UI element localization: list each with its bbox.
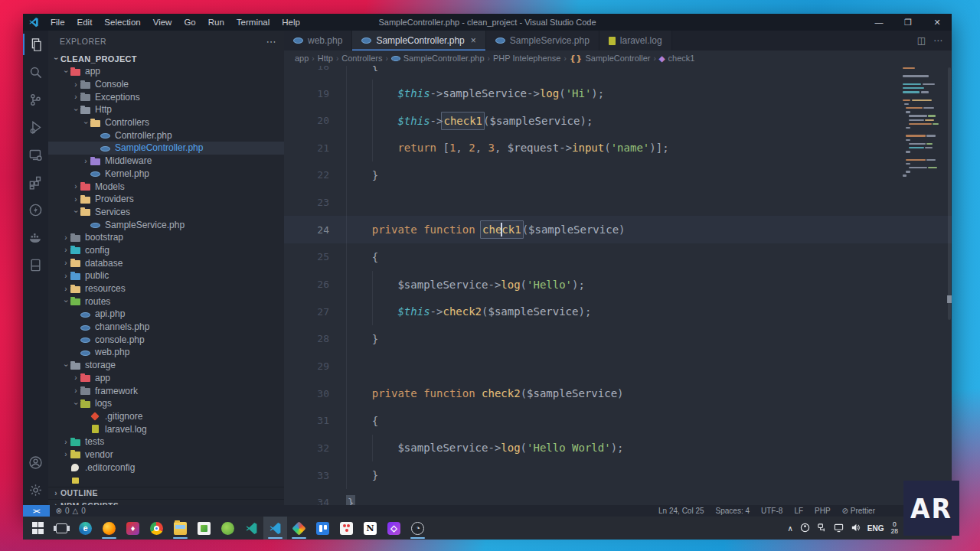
taskbar-icon-firefox[interactable] xyxy=(97,517,121,540)
tab-web-php[interactable]: web.php xyxy=(284,31,352,51)
scrollbar-thumb[interactable] xyxy=(948,67,951,320)
code-line-22[interactable]: 22 } xyxy=(284,161,952,189)
tray-clock[interactable]: 028 xyxy=(891,521,898,535)
tree-item-sampleservice-php[interactable]: SampleService.php xyxy=(48,218,284,231)
breadcrumb-item-controllers[interactable]: Controllers xyxy=(341,54,382,63)
menu-item-terminal[interactable]: Terminal xyxy=(231,16,275,28)
code-line-21[interactable]: 21 return [1, 2, 3, $request->input('nam… xyxy=(284,135,952,162)
code-line-19[interactable]: 19 $this->sampleService->log('Hi'); xyxy=(284,80,952,107)
breadcrumb-item-http[interactable]: Http xyxy=(318,54,333,63)
menu-item-edit[interactable]: Edit xyxy=(72,16,98,28)
minimap[interactable] xyxy=(903,67,947,220)
tree-item-gitignore[interactable]: .gitignore xyxy=(48,410,284,423)
status-php[interactable]: PHP xyxy=(815,507,831,515)
tree-item-http[interactable]: ›Http xyxy=(48,103,284,116)
docker-icon[interactable] xyxy=(23,223,48,251)
tree-item-models[interactable]: ›Models xyxy=(48,180,284,193)
network-icon[interactable] xyxy=(817,523,827,534)
taskbar-icon-chrome[interactable] xyxy=(145,517,168,540)
menu-item-selection[interactable]: Selection xyxy=(99,16,145,28)
tree-item-samplecontroller-php[interactable]: SampleController.php xyxy=(48,142,284,155)
breadcrumb-item-samplecontroller[interactable]: SampleController xyxy=(586,54,651,63)
tree-item-item[interactable] xyxy=(48,474,284,487)
code-viewport[interactable]: 18 {19 $this->sampleService->log('Hi');2… xyxy=(284,66,952,505)
code-line-20[interactable]: 20 $this->check1($sampleService); xyxy=(284,107,952,135)
search-icon[interactable] xyxy=(23,58,48,86)
code-line-30[interactable]: 30 private function check2($sampleServic… xyxy=(284,380,952,407)
tree-item-kernel-php[interactable]: Kernel.php xyxy=(48,168,284,181)
menu-item-view[interactable]: View xyxy=(148,16,178,28)
taskbar-icon-red-dots-app[interactable] xyxy=(335,517,358,540)
tree-item-exceptions[interactable]: ›Exceptions xyxy=(48,90,284,103)
taskbar-icon-edge[interactable]: e xyxy=(74,517,97,540)
restore-button[interactable]: ❐ xyxy=(893,14,923,31)
tree-item-logs[interactable]: ›logs xyxy=(48,397,284,410)
breadcrumb-item-php-intelephense[interactable]: PHP Intelephense xyxy=(493,54,560,63)
settings-icon[interactable] xyxy=(23,476,48,504)
tab-samplecontroller-php[interactable]: SampleController.php× xyxy=(352,31,485,51)
close-button[interactable]: ✕ xyxy=(923,14,952,31)
code-line-18[interactable]: 18 { xyxy=(284,66,952,80)
tree-item-resources[interactable]: ›resources xyxy=(48,282,284,295)
taskbar-icon-purple-app[interactable]: ◇ xyxy=(382,517,406,540)
code-line-28[interactable]: 28 } xyxy=(284,325,952,353)
taskbar-icon-green-leaf-app[interactable] xyxy=(216,517,240,540)
tree-item-console[interactable]: ›Console xyxy=(48,78,284,91)
tree-item-services[interactable]: ›Services xyxy=(48,206,284,219)
more-actions-icon[interactable]: ⋯ xyxy=(933,35,942,46)
run-debug-icon[interactable] xyxy=(23,113,48,141)
code-line-34[interactable]: 34} xyxy=(284,489,952,505)
menu-item-help[interactable]: Help xyxy=(276,16,305,28)
code-line-25[interactable]: 25 { xyxy=(284,243,952,271)
tab-laravel-log[interactable]: laravel.log xyxy=(599,31,672,51)
sidebar-more-actions-icon[interactable]: ⋯ xyxy=(266,36,277,47)
status-ln-24-col-25[interactable]: Ln 24, Col 25 xyxy=(658,507,704,515)
code-line-24[interactable]: 24 private function check1($sampleServic… xyxy=(284,216,952,243)
taskbar-icon-trello[interactable] xyxy=(311,517,335,540)
section-npm-scripts[interactable]: ›NPM SCRIPTS xyxy=(48,499,284,505)
tree-item-providers[interactable]: ›Providers xyxy=(48,193,284,206)
taskbar-icon-start[interactable] xyxy=(26,517,50,540)
code-line-32[interactable]: 32 $sampleService->log('Hello World'); xyxy=(284,435,952,462)
breadcrumb-item-check1[interactable]: check1 xyxy=(668,54,695,63)
accounts-icon[interactable] xyxy=(23,448,48,476)
taskbar-icon-photos[interactable] xyxy=(192,517,216,540)
tree-root[interactable]: › CLEAN_PROJECT xyxy=(48,52,284,65)
menu-item-go[interactable]: Go xyxy=(178,16,201,28)
breadcrumb-item-app[interactable]: app xyxy=(295,54,309,63)
tray-language[interactable]: ENG xyxy=(867,524,884,533)
tree-item-tests[interactable]: ›tests xyxy=(48,435,284,448)
remote-explorer-icon[interactable] xyxy=(23,141,48,168)
tree-item-bootstrap[interactable]: ›bootstrap xyxy=(48,231,284,244)
status-spaces-4[interactable]: Spaces: 4 xyxy=(716,507,750,515)
display-icon[interactable] xyxy=(834,523,844,534)
status-lf[interactable]: LF xyxy=(794,507,803,515)
taskbar-icon-colorful-diamond-app[interactable] xyxy=(287,517,311,540)
tree-item-storage[interactable]: ›storage xyxy=(48,359,284,372)
status-prettier[interactable]: ⊘ Prettier xyxy=(842,507,875,515)
taskbar-icon-notion[interactable]: N xyxy=(358,517,382,540)
menu-item-file[interactable]: File xyxy=(45,16,70,28)
problems-indicator[interactable]: ⊗ 0 △ 0 xyxy=(50,507,86,515)
tree-item-api-php[interactable]: api.php xyxy=(48,308,284,321)
breadcrumb-item-samplecontroller-php[interactable]: SampleController.php xyxy=(403,54,485,63)
section-outline[interactable]: ›OUTLINE xyxy=(48,487,284,500)
source-control-icon[interactable] xyxy=(23,86,48,113)
taskbar-icon-file-explorer[interactable] xyxy=(168,517,192,540)
tab-close-icon[interactable]: × xyxy=(471,35,476,46)
taskbar-icon-vscode[interactable] xyxy=(263,517,287,540)
tree-item-laravel-log[interactable]: laravel.log xyxy=(48,422,284,435)
status-utf-8[interactable]: UTF-8 xyxy=(761,507,782,515)
obs-tray-icon[interactable] xyxy=(800,523,810,534)
code-line-29[interactable]: 29 xyxy=(284,353,952,380)
split-editor-icon[interactable]: ◫ xyxy=(917,35,926,46)
taskbar-icon-task-view[interactable] xyxy=(50,517,74,540)
tree-item-controllers[interactable]: ›Controllers xyxy=(48,116,284,129)
tree-item-app[interactable]: ›app xyxy=(48,372,284,385)
explorer-icon[interactable] xyxy=(23,31,48,58)
tree-item-vendor[interactable]: ›vendor xyxy=(48,448,284,461)
tree-item-controller-php[interactable]: Controller.php xyxy=(48,129,284,142)
tree-item-editorconfig[interactable]: .editorconfig xyxy=(48,461,284,474)
tree-item-console-php[interactable]: console.php xyxy=(48,333,284,346)
tree-item-channels-php[interactable]: channels.php xyxy=(48,321,284,334)
